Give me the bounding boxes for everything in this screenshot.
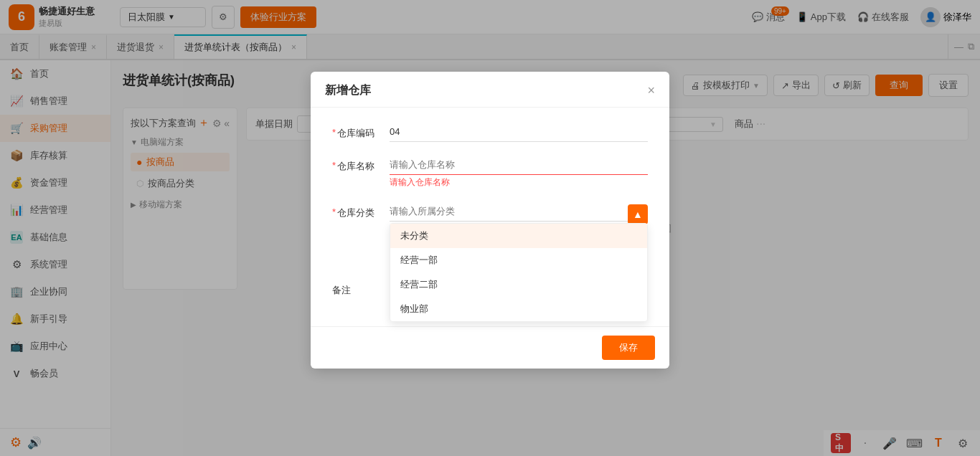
notes-label: 备注 (332, 279, 390, 297)
name-input-wrap (390, 155, 648, 175)
code-label: * 仓库编码 (332, 122, 390, 140)
code-input-wrap (390, 122, 648, 142)
name-input[interactable] (390, 155, 648, 175)
option-dept2[interactable]: 经营二部 (390, 272, 647, 297)
modal-footer: 保存 (311, 326, 669, 369)
form-row-category: * 仓库分类 ▲ 未分类 经营一部 经营二部 物业部 (332, 201, 648, 222)
option-property[interactable]: 物业部 (390, 297, 647, 321)
modal-overlay: 新增仓库 × * 仓库编码 * 仓库名称 (0, 0, 980, 456)
form-row-name: * 仓库名称 请输入仓库名称 (332, 155, 648, 189)
form-row-code: * 仓库编码 (332, 122, 648, 142)
category-dropdown-list: 未分类 经营一部 经营二部 物业部 (390, 223, 648, 322)
code-input[interactable] (390, 122, 648, 142)
modal-header: 新增仓库 × (311, 72, 669, 108)
modal-title: 新增仓库 (325, 83, 371, 98)
name-error-msg: 请输入仓库名称 (390, 177, 450, 187)
option-unclassified[interactable]: 未分类 (390, 224, 647, 248)
option-dept1[interactable]: 经营一部 (390, 248, 647, 272)
category-input-wrap: ▲ 未分类 经营一部 经营二部 物业部 (390, 201, 648, 222)
save-button[interactable]: 保存 (602, 336, 655, 360)
name-label: * 仓库名称 (332, 155, 390, 173)
category-label: * 仓库分类 (332, 201, 390, 219)
category-dropdown-btn[interactable]: ▲ (628, 204, 648, 224)
modal-new-warehouse: 新增仓库 × * 仓库编码 * 仓库名称 (311, 72, 669, 369)
category-input[interactable] (390, 201, 648, 222)
modal-close-button[interactable]: × (647, 83, 655, 98)
chevron-up-icon: ▲ (633, 209, 643, 220)
modal-body: * 仓库编码 * 仓库名称 (311, 108, 669, 326)
